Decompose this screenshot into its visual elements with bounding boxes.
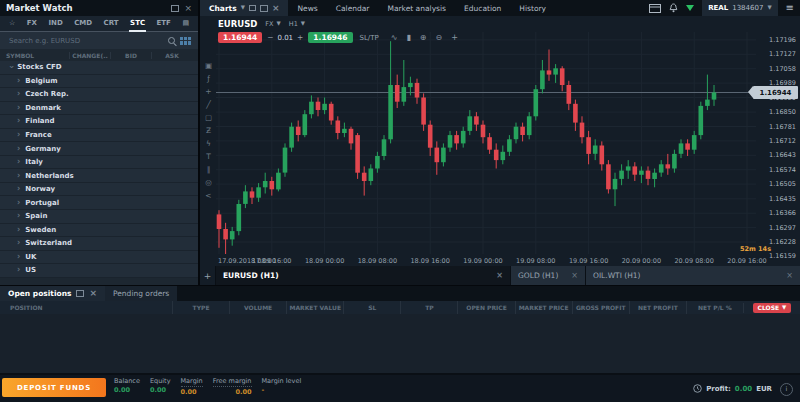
time-axis-label: 18.09 00:00 [305, 257, 344, 265]
tab-charts[interactable]: Charts▼× [200, 0, 288, 16]
symbol-group-row[interactable]: ›Stocks CFD [0, 61, 198, 75]
close-icon[interactable]: × [563, 271, 578, 280]
close-all-button[interactable]: CLOSE▼ [753, 303, 792, 313]
chevron-right-icon: › [17, 145, 20, 153]
close-icon[interactable]: × [778, 271, 793, 280]
symbol-label: Spain [25, 212, 47, 220]
crosshair-tool-icon[interactable]: + [205, 88, 211, 96]
list-item-italy[interactable]: ›Italy [0, 156, 198, 170]
chart-tab-gold-h1[interactable]: GOLD (H1)× [511, 266, 585, 285]
tab-education[interactable]: Education [455, 0, 510, 16]
market-watch-tab-ind[interactable]: IND [47, 17, 63, 30]
undock-icon[interactable] [171, 5, 179, 12]
account-type: REAL [708, 4, 728, 12]
account-selector[interactable]: REAL 1384607 ▼ [702, 0, 777, 16]
shapes-tool-icon[interactable]: ▢ [205, 114, 212, 122]
undock-icon[interactable] [76, 290, 84, 297]
chart-tab-oil-wti-h1[interactable]: OIL.WTI (H1)× [586, 266, 800, 285]
time-axis-label: 18.09 16:00 [410, 257, 449, 265]
menu-icon[interactable]: ≡ [786, 3, 794, 13]
add-chart-tab-button[interactable]: + [200, 266, 215, 285]
eraser-tool-icon[interactable]: ∥ [207, 166, 211, 174]
tab-open-positions[interactable]: Open positions× [0, 286, 105, 301]
list-item-switzerland[interactable]: ›Switzerland [0, 237, 198, 251]
market-watch-tab-etf[interactable]: ETF [156, 17, 172, 30]
list-item-czech-rep[interactable]: ›Czech Rep. [0, 88, 198, 102]
market-watch-tab-fx[interactable]: FX [26, 17, 38, 30]
list-item-uk[interactable]: ›UK [0, 251, 198, 265]
price-axis[interactable]: 1.171961.171271.170581.169891.169201.168… [756, 32, 800, 266]
undock-icon[interactable] [260, 5, 268, 12]
close-icon[interactable]: × [89, 289, 97, 298]
info-circle-icon[interactable]: i [780, 383, 793, 396]
market-watch-tab-cmd[interactable]: CMD [73, 17, 93, 30]
time-axis[interactable]: 17.09.2018 08:0017.09 16:0018.09 00:0018… [216, 254, 756, 266]
portfolio-icon[interactable]: ▤ [181, 17, 190, 30]
target-tool-icon[interactable]: ◎ [205, 179, 212, 187]
zigzag-tool-icon[interactable]: Ƶ [206, 127, 211, 135]
tab-history[interactable]: History [510, 0, 555, 16]
sltp-button[interactable]: SL/TP [360, 34, 379, 42]
line-chart-icon[interactable]: ∿ [391, 34, 398, 42]
list-item-us[interactable]: ›US [0, 264, 198, 278]
metric-label: Free margin [213, 378, 252, 387]
zoom-out-icon[interactable]: ⊖ [436, 34, 443, 42]
price-axis-label: 1.16366 [769, 210, 796, 217]
volume-value[interactable]: 0.01 [277, 34, 293, 42]
move-icon[interactable]: + [451, 34, 458, 42]
chevron-right-icon: › [17, 212, 20, 220]
volume-minus-button[interactable]: − [267, 33, 273, 42]
list-item-netherlands[interactable]: ›Netherlands [0, 169, 198, 183]
close-all-cell: CLOSE▼ [743, 303, 800, 313]
list-item-spain[interactable]: ›Spain [0, 210, 198, 224]
metric-value: 0.00 [181, 389, 203, 396]
tab-calendar[interactable]: Calendar [327, 0, 379, 16]
column-header-market-value: MARKET VALUE [286, 301, 343, 314]
favorites-star-icon[interactable]: ☆ [8, 17, 16, 30]
zoom-in-icon[interactable]: ⊕ [420, 34, 427, 42]
buy-button[interactable]: 1.16946 [308, 32, 352, 44]
chart-type-icon[interactable]: ▣ [205, 62, 212, 70]
list-item-finland[interactable]: ›Finland [0, 115, 198, 129]
candlestick-chart[interactable] [216, 32, 756, 254]
market-dropdown[interactable]: FX▼ [265, 20, 280, 28]
list-item-belgium[interactable]: ›Belgium [0, 75, 198, 89]
search-icon[interactable] [168, 37, 175, 44]
market-watch-tab-crt[interactable]: CRT [103, 17, 120, 30]
indicators-icon[interactable]: ƒ [207, 75, 210, 83]
lightning-tool-icon[interactable]: ϟ [206, 140, 211, 148]
close-icon[interactable]: × [488, 271, 503, 280]
close-icon[interactable]: × [272, 4, 280, 13]
list-item-germany[interactable]: ›Germany [0, 142, 198, 156]
tab-market-analysis[interactable]: Market analysis [378, 0, 455, 16]
share-icon[interactable]: < [205, 192, 211, 200]
chevron-right-icon: › [17, 77, 20, 85]
chart-tab-eurusd-h1[interactable]: EURUSD (H1)× [216, 266, 510, 285]
workspace-icon[interactable] [649, 4, 661, 13]
timeframe-dropdown[interactable]: H1▼ [289, 20, 305, 28]
chart-tab-bar: +EURUSD (H1)×GOLD (H1)×OIL.WTI (H1)× [200, 266, 800, 285]
list-item-portugal[interactable]: ›Portugal [0, 196, 198, 210]
list-item-sweden[interactable]: ›Sweden [0, 224, 198, 238]
top-nav-tabs: Charts▼×NewsCalendarMarket analysisEduca… [200, 0, 555, 16]
sell-button[interactable]: 1.16944 [218, 32, 262, 44]
volume-plus-button[interactable]: + [297, 33, 303, 42]
trade-controls: 1.16944 − 0.01 + 1.16946 SL/TP ∿▮⊕⊖+ [218, 30, 458, 45]
list-item-norway[interactable]: ›Norway [0, 183, 198, 197]
list-item-denmark[interactable]: ›Denmark [0, 102, 198, 116]
tab-news[interactable]: News [288, 0, 326, 16]
text-tool-icon[interactable]: T [206, 153, 211, 161]
close-icon[interactable]: × [184, 4, 192, 13]
symbol-search-input[interactable] [7, 36, 163, 46]
candlestick-icon[interactable]: ▮ [406, 34, 410, 42]
list-item-france[interactable]: ›France [0, 129, 198, 143]
grid-view-icon[interactable] [180, 37, 191, 45]
column-header-tp: TP [400, 301, 457, 314]
symbol-label: Sweden [25, 226, 56, 234]
market-watch-tab-stc[interactable]: STC [129, 17, 146, 30]
dock-icon[interactable] [249, 5, 256, 11]
notifications-bell-icon[interactable] [669, 3, 678, 13]
deposit-funds-button[interactable]: DEPOSIT FUNDS [2, 378, 106, 397]
trendline-tool-icon[interactable]: ╱ [206, 101, 211, 109]
tab-pending-orders[interactable]: Pending orders [105, 286, 177, 301]
